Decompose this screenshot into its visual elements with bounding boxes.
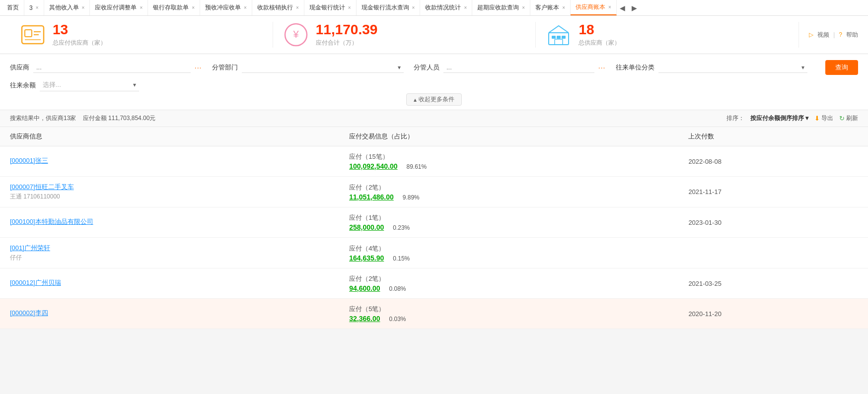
supplier-cell-4: [000012]广州贝瑞 [10,278,349,288]
supplier-link-3[interactable]: [001]广州荣轩 [10,244,349,253]
total-supplier-icon [546,22,572,48]
supplier-link-2[interactable]: [000100]本特勤油品有限公司 [10,217,349,226]
person-dots-icon[interactable]: ··· [598,64,606,71]
nav-tab-3-close[interactable]: × [36,5,39,10]
nav-tab-cash-bank-stat[interactable]: 现金银行统计 × [304,0,357,15]
nav-tab-cash-bank-query[interactable]: 现金银行流水查询 × [357,0,421,15]
nav-tab-payment-verify-close[interactable]: × [296,5,299,10]
tx-amount-5[interactable]: 32,366.00 [349,315,380,323]
supplier-cell-3: [001]广州荣轩 仔仔 [10,244,349,262]
svg-rect-11 [555,39,563,45]
stat-number-payable-amount: 11,170.39 [316,22,378,38]
nav-tab-advance-offset-close[interactable]: × [244,5,247,10]
refresh-button[interactable]: ↻ 刷新 [839,114,858,123]
nav-tab-bank-deposit[interactable]: 银行存取款单 × [148,0,200,15]
nav-tab-cash-bank-query-close[interactable]: × [412,5,415,10]
tx-amount-3[interactable]: 164,635.90 [349,254,384,262]
nav-right-arrow[interactable]: ▶ [629,0,641,15]
sort-value[interactable]: 按应付余额倒序排序 ▾ [750,114,808,123]
tx-amount-4[interactable]: 94,600.00 [349,284,380,292]
supplier-cell-5: [000002]李四 [10,309,349,319]
nav-left-arrow[interactable]: ◀ [617,0,629,15]
export-label: 导出 [821,114,833,123]
nav-tab-cash-bank-stat-close[interactable]: × [348,5,351,10]
nav-tab-home[interactable]: 首页 [2,0,24,15]
supplier-cell-1: [000007]恒旺二手叉车 王通 17106110000 [10,183,349,201]
nav-tab-advance-offset[interactable]: 预收冲应收单 × [200,0,252,15]
tx-label-3: 应付（4笔） [349,244,688,253]
tx-percent-4: 0.08% [389,285,406,292]
table-row: [001]广州荣轩 仔仔 应付（4笔） 164,635.90 0.15% [0,238,868,268]
nav-tab-ar-ap-adjust[interactable]: 应收应付调整单 × [90,0,148,15]
nav-tab-other-income[interactable]: 其他收入单 × [44,0,90,15]
stat-number-total-suppliers: 18 [579,22,620,38]
nav-tab-bank-deposit-close[interactable]: × [192,5,195,10]
nav-tab-payment-verify[interactable]: 收款核销执行 × [252,0,304,15]
supplier-link-0[interactable]: [000001]张三 [10,156,349,165]
person-label: 分管人员 [414,63,439,72]
tx-amount-2[interactable]: 258,000.00 [349,223,384,231]
result-text-prefix: 搜索结果中，供应商13家 [10,115,76,122]
result-amount-text: 应付金额 111,703,854.00元 [83,115,156,122]
tx-amount-0[interactable]: 100,092,540.00 [349,162,397,170]
nav-tab-ar-ap-adjust-label: 应收应付调整单 [95,3,137,12]
unit-class-select[interactable]: ▾ [658,63,808,73]
top-nav: 首页 3 × 其他收入单 × 应收应付调整单 × 银行存取款单 × 预收冲应收单… [0,0,868,16]
nav-tab-payment-stat-close[interactable]: × [464,5,467,10]
nav-tab-supplier-ledger[interactable]: 供应商账本 × [571,0,617,15]
table-header: 供应商信息 应付交易信息（占比） 上次付数 [0,127,868,146]
sort-chevron-icon: ▾ [805,115,808,122]
nav-tab-other-income-close[interactable]: × [82,5,85,10]
dept-label: 分管部门 [212,63,238,72]
nav-tab-customer-ledger[interactable]: 客户账本 × [530,0,571,15]
collapse-chevron-icon: ▴ [414,96,417,103]
tx-row-0: 100,092,540.00 89.61% [349,162,688,170]
collapse-button[interactable]: ▴ 收起更多条件 [406,93,462,106]
export-button[interactable]: ⬇ 导出 [814,114,833,123]
payable-supplier-icon [20,22,46,48]
supplier-cell-2: [000100]本特勤油品有限公司 [10,217,349,227]
tx-percent-0: 89.61% [407,163,427,170]
supplier-link-5[interactable]: [000002]李四 [10,309,349,318]
supplier-link-4[interactable]: [000012]广州贝瑞 [10,278,349,287]
nav-tab-payment-stat-label: 收款情况统计 [425,3,461,12]
nav-tab-cash-bank-stat-label: 现金银行统计 [309,3,345,12]
nav-tab-advance-offset-label: 预收冲应收单 [205,3,241,12]
nav-tab-3[interactable]: 3 × [24,0,44,15]
nav-tab-bank-deposit-label: 银行存取款单 [153,3,189,12]
svg-rect-10 [562,36,566,39]
refresh-label: 刷新 [846,114,858,123]
nav-tab-overdue-query[interactable]: 超期应收款查询 × [472,0,530,15]
tx-label-2: 应付（1笔） [349,213,688,222]
balance-select[interactable]: 选择... ▾ [40,79,139,91]
supplier-dots-icon[interactable]: ··· [195,64,202,71]
supplier-link-1[interactable]: [000007]恒旺二手叉车 [10,183,349,192]
svg-text:¥: ¥ [292,29,299,40]
stat-card-payable-suppliers: 13 总应付供应商（家） [10,22,273,48]
nav-tab-supplier-ledger-close[interactable]: × [608,4,611,10]
nav-tab-cash-bank-query-label: 现金银行流水查询 [362,3,409,12]
tx-cell-0: 应付（15笔） 100,092,540.00 89.61% [349,152,688,170]
nav-tab-payment-verify-label: 收款核销执行 [257,3,293,12]
result-info: 搜索结果中，供应商13家 应付金额 111,703,854.00元 [10,114,155,123]
nav-tab-overdue-query-label: 超期应收款查询 [477,3,519,12]
balance-select-value: 选择... [43,80,61,89]
table-row-highlighted: [000002]李四 应付（5笔） 32,366.00 0.03% 2020-1… [0,299,868,329]
nav-tab-ar-ap-adjust-close[interactable]: × [140,5,143,10]
video-link[interactable]: 视频 [817,31,829,39]
query-button[interactable]: 查询 [825,60,858,75]
dept-select[interactable]: ▾ [242,63,404,73]
table-row: [000012]广州贝瑞 应付（2笔） 94,600.00 0.08% 2021… [0,268,868,299]
tx-amount-1[interactable]: 11,051,486.00 [349,193,394,201]
tx-cell-2: 应付（1笔） 258,000.00 0.23% [349,213,688,231]
help-link[interactable]: 帮助 [846,31,858,39]
nav-tab-payment-stat[interactable]: 收款情况统计 × [420,0,472,15]
nav-tab-customer-ledger-close[interactable]: × [562,5,565,10]
main-layout: 首页 3 × 其他收入单 × 应收应付调整单 × 银行存取款单 × 预收冲应收单… [0,0,868,394]
nav-tab-overdue-query-close[interactable]: × [522,5,525,10]
person-input[interactable] [443,62,594,73]
supplier-input[interactable] [33,62,191,73]
supplier-sub-1: 王通 17106110000 [10,193,349,201]
tx-percent-1: 9.89% [403,194,420,201]
col-header-tx: 应付交易信息（占比） [349,132,688,141]
